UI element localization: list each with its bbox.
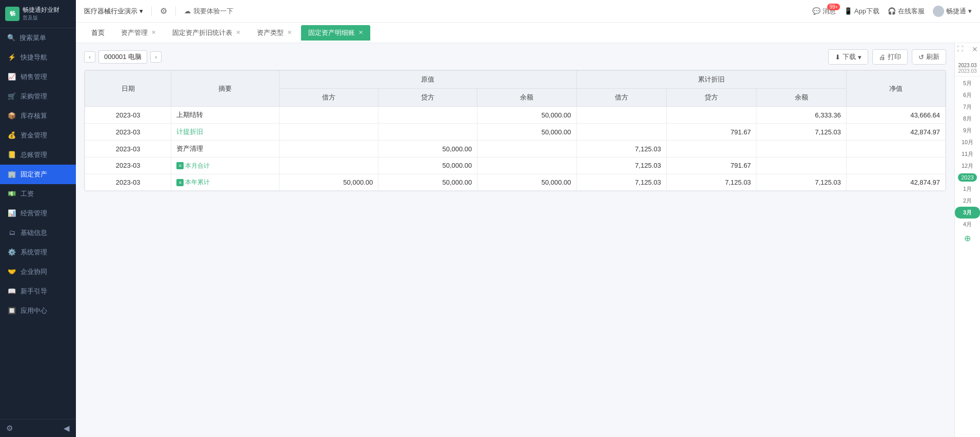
col-accum-credit: 贷方 — [666, 89, 756, 107]
refresh-btn[interactable]: ↺ 刷新 — [912, 49, 946, 65]
rp-months-before: 5月 6月 7月 8月 9月 10月 11月 12月 2023 1月 2月 3月… — [955, 76, 980, 231]
sidebar-logo: 畅 畅捷通好业财 普及版 — [0, 0, 76, 28]
sidebar-item-ledger[interactable]: 📒 总账管理 — [0, 145, 76, 165]
cell-accum-debit: 7,125.03 — [576, 157, 666, 174]
message-icon: 💬 — [812, 7, 821, 15]
sidebar-nav: ⚡ 快捷导航 📈 销售管理 🛒 采购管理 📦 库存核算 💰 资金管理 📒 总账管… — [0, 48, 76, 419]
rp-month-3[interactable]: 3月 — [955, 207, 980, 218]
rp-month-12[interactable]: 12月 — [955, 160, 980, 172]
next-asset-btn[interactable]: › — [150, 51, 162, 63]
sidebar-item-purchase[interactable]: 🛒 采购管理 — [0, 87, 76, 106]
cell-net-value — [846, 157, 945, 174]
company-selector[interactable]: 医疗器械行业演示 ▾ — [84, 7, 143, 16]
topbar-settings-icon[interactable]: ⚙ — [160, 6, 167, 16]
finance-icon: 💰 — [7, 131, 16, 140]
topbar-right: 💬 消息 99+ 📱 App下载 🎧 在线客服 畅捷通 ▾ — [812, 6, 972, 17]
cell-orig-debit — [279, 141, 378, 157]
rp-month-4[interactable]: 4月 — [955, 218, 980, 230]
collab-icon: 🤝 — [7, 267, 16, 276]
collapse-icon[interactable]: ◀ — [64, 424, 70, 433]
sidebar-search[interactable]: 🔍 搜索菜单 — [0, 28, 76, 48]
sidebar-item-guide[interactable]: 📖 新手引导 — [0, 282, 76, 301]
rp-month-11[interactable]: 11月 — [955, 148, 980, 160]
print-btn[interactable]: 🖨 打印 — [872, 49, 908, 65]
sidebar-item-operation[interactable]: 📊 经营管理 — [0, 204, 76, 223]
cell-memo: ≡ 本月合计 — [171, 157, 279, 174]
cell-accum-balance: 7,125.03 — [756, 174, 846, 191]
salary-icon: 💵 — [7, 189, 16, 198]
col-accum-balance: 余额 — [756, 89, 846, 107]
sidebar-item-finance[interactable]: 💰 资金管理 — [0, 126, 76, 145]
download-btn[interactable]: ⬇ 下载 ▾ — [828, 49, 868, 65]
rp-scroll-down[interactable]: ⊕ — [964, 233, 971, 243]
cell-accum-debit — [576, 124, 666, 141]
rp-month-9[interactable]: 9月 — [955, 125, 980, 136]
tab-close-asset-ledger[interactable]: ✕ — [358, 29, 363, 36]
rp-month-8[interactable]: 8月 — [955, 113, 980, 125]
rp-month-7[interactable]: 7月 — [955, 101, 980, 113]
tab-close-asset-type[interactable]: ✕ — [287, 29, 292, 36]
sidebar-item-quicknav[interactable]: ⚡ 快捷导航 — [0, 48, 76, 67]
rp-month-2[interactable]: 2月 — [955, 195, 980, 207]
cell-net-value — [846, 141, 945, 157]
cell-accum-debit — [576, 107, 666, 124]
tab-asset-type[interactable]: 资产类型 ✕ — [250, 25, 299, 41]
tab-close-asset-mgmt[interactable]: ✕ — [151, 29, 156, 36]
sidebar-item-basic[interactable]: 🗂 基础信息 — [0, 223, 76, 243]
sidebar-item-inventory[interactable]: 📦 库存核算 — [0, 106, 76, 126]
sidebar-item-collab[interactable]: 🤝 企业协同 — [0, 262, 76, 282]
sidebar-item-appstore[interactable]: 🔲 应用中心 — [0, 301, 76, 321]
appstore-icon: 🔲 — [7, 306, 16, 315]
sidebar-item-sales[interactable]: 📈 销售管理 — [0, 67, 76, 87]
cell-orig-balance: 50,000.00 — [477, 174, 576, 191]
asset-nav: ‹ 000001 电脑 › — [84, 50, 162, 64]
search-icon: 🔍 — [7, 34, 15, 42]
cell-orig-balance: 50,000.00 — [477, 107, 576, 124]
cell-accum-balance: 7,125.03 — [756, 124, 846, 141]
fixed-asset-icon: 🏢 — [7, 170, 16, 179]
rp-month-6[interactable]: 6月 — [955, 89, 980, 101]
tab-asset-mgmt[interactable]: 资产管理 ✕ — [114, 25, 163, 41]
cloud-icon: ☁ — [184, 7, 191, 15]
rp-year-badge[interactable]: 2023 — [958, 173, 976, 182]
cell-date: 2023-03 — [85, 124, 171, 141]
user-dropdown-icon: ▾ — [968, 7, 972, 15]
rp-month-10[interactable]: 10月 — [955, 136, 980, 148]
cell-accum-balance: 6,333.36 — [756, 107, 846, 124]
app-download-btn[interactable]: 📱 App下载 — [844, 7, 879, 16]
tab-close-depreciation-stats[interactable]: ✕ — [236, 29, 241, 36]
refresh-icon: ↺ — [918, 53, 924, 61]
topbar-divider2 — [175, 6, 176, 16]
tab-home[interactable]: 首页 — [84, 25, 112, 41]
user-menu[interactable]: 畅捷通 ▾ — [933, 6, 972, 17]
sidebar-item-salary[interactable]: 💵 工资 — [0, 184, 76, 204]
right-panel-close[interactable]: ✕ — [972, 45, 978, 53]
tab-asset-ledger[interactable]: 固定资产明细账 ✕ — [301, 25, 370, 41]
rp-month-1[interactable]: 1月 — [955, 183, 980, 195]
download-icon: ⬇ — [835, 53, 841, 61]
notifications-btn[interactable]: 💬 消息 99+ — [812, 7, 836, 16]
cell-orig-credit: 50,000.00 — [378, 174, 477, 191]
prev-asset-btn[interactable]: ‹ — [84, 51, 95, 63]
mobile-icon: 📱 — [844, 7, 852, 15]
col-orig-balance: 余额 — [477, 89, 576, 107]
sales-icon: 📈 — [7, 72, 16, 82]
experience-btn[interactable]: ☁ 我要体验一下 — [184, 7, 233, 16]
rp-month-5[interactable]: 5月 — [955, 77, 980, 89]
sidebar-item-system[interactable]: ⚙️ 系统管理 — [0, 243, 76, 262]
right-panel-expand[interactable]: ⛶ — [957, 45, 963, 52]
toolbar-actions: ⬇ 下载 ▾ 🖨 打印 ↺ 刷新 — [828, 49, 946, 65]
cell-accum-credit — [666, 107, 756, 124]
cell-memo: 计提折旧 — [171, 124, 279, 141]
tabs-bar: 首页 资产管理 ✕ 固定资产折旧统计表 ✕ 资产类型 ✕ 固定资产明细账 ✕ — [76, 23, 980, 43]
settings-bottom-icon[interactable]: ⚙ — [6, 424, 13, 433]
print-icon: 🖨 — [879, 53, 886, 61]
sidebar-item-fixed-asset[interactable]: 🏢 固定资产 — [0, 165, 76, 184]
online-service-btn[interactable]: 🎧 在线客服 — [888, 7, 925, 16]
tab-depreciation-stats[interactable]: 固定资产折旧统计表 ✕ — [165, 25, 248, 41]
ledger-icon: 📒 — [7, 150, 16, 160]
cell-accum-credit: 791.67 — [666, 124, 756, 141]
asset-ledger-table: 日期 摘要 原值 累计折旧 净值 借方 贷方 余额 借方 贷方 余额 — [84, 70, 946, 191]
asset-code-display: 000001 电脑 — [98, 50, 147, 64]
cell-accum-balance — [756, 157, 846, 174]
